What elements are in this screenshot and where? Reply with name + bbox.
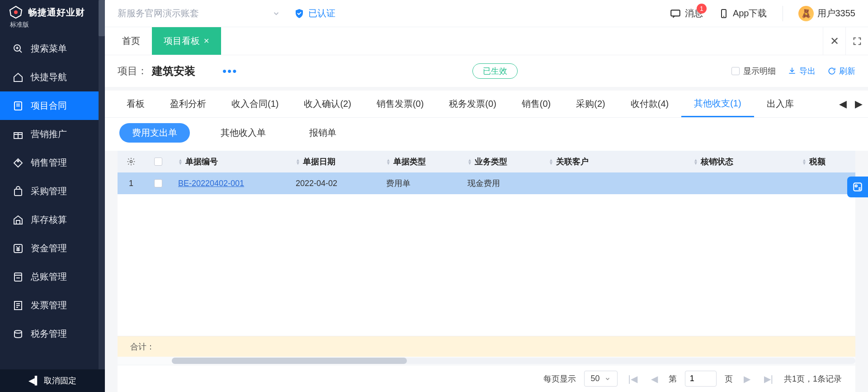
sidebar-item-invoice[interactable]: 发票管理 <box>0 291 99 320</box>
sort-icon: ▲▼ <box>296 158 300 165</box>
sidebar-item-quicknav[interactable]: 快捷导航 <box>0 63 99 91</box>
row-index: 1 <box>118 179 145 188</box>
svg-point-11 <box>18 160 19 162</box>
col-customer[interactable]: ▲▼关联客户 <box>542 156 687 167</box>
svg-rect-13 <box>16 220 20 224</box>
pill-income[interactable]: 其他收入单 <box>208 123 278 143</box>
sidebar-scrollbar[interactable] <box>99 0 105 369</box>
sidebar-item-search[interactable]: 搜索菜单 <box>0 34 99 63</box>
sort-icon: ▲▼ <box>386 158 391 165</box>
sort-icon: ▲▼ <box>802 158 807 165</box>
refresh-button[interactable]: 刷新 <box>827 66 855 76</box>
subtab-payment[interactable]: 收付款(4) <box>618 91 681 117</box>
coins-icon <box>13 329 24 339</box>
col-biz-type[interactable]: ▲▼业务类型 <box>461 156 542 167</box>
tab-label: 项目看板 <box>164 35 200 47</box>
page-input[interactable] <box>685 371 717 387</box>
page-summary: 共1页，1条记录 <box>784 373 842 384</box>
sidebar-item-label: 资金管理 <box>31 242 67 254</box>
tag-icon <box>13 158 24 168</box>
sidebar-item-tax[interactable]: 税务管理 <box>0 320 99 348</box>
sidebar-item-inventory[interactable]: 库存核算 <box>0 206 99 234</box>
subtab-confirm[interactable]: 收入确认(2) <box>291 91 363 117</box>
subtab-contract[interactable]: 收入合同(1) <box>219 91 291 117</box>
subtabs-next[interactable]: ▶ <box>855 98 863 110</box>
show-detail-toggle[interactable]: 显示明细 <box>731 66 776 76</box>
horizontal-scrollbar[interactable] <box>118 357 855 365</box>
sidebar-item-contract[interactable]: 项目合同 <box>0 91 99 120</box>
sort-icon: ▲▼ <box>549 158 553 165</box>
first-page-button[interactable]: |◀ <box>626 373 640 384</box>
message-icon <box>670 8 681 19</box>
next-page-button[interactable]: ▶ <box>741 373 753 384</box>
page-suffix: 页 <box>725 373 733 384</box>
pagination: 每页显示 50 |◀ ◀ 第 页 ▶ ▶| 共1页，1条记录 <box>118 365 855 392</box>
col-label: 税额 <box>809 156 826 167</box>
org-selector[interactable]: 新服务官网演示账套 <box>118 7 294 19</box>
export-button[interactable]: 导出 <box>788 66 816 76</box>
sidebar-item-purchase[interactable]: 采购管理 <box>0 177 99 206</box>
table-row[interactable]: 1 BE-20220402-001 2022-04-02 费用单 现金费用 <box>118 172 855 194</box>
subtab-label: 销售发票(0) <box>377 98 424 110</box>
pill-expense[interactable]: 费用支出单 <box>119 123 190 143</box>
gift-icon <box>13 129 24 140</box>
table-body: 1 BE-20220402-001 2022-04-02 费用单 现金费用 <box>118 172 855 336</box>
message-button[interactable]: 消息 1 <box>670 7 703 19</box>
tab-project-board[interactable]: 项目看板 ✕ <box>152 27 221 55</box>
chevron-down-icon <box>604 376 611 382</box>
sidebar-item-sales[interactable]: 销售管理 <box>0 148 99 177</box>
col-doc-date[interactable]: ▲▼单据日期 <box>289 156 380 167</box>
user-name: 用户3355 <box>817 7 856 19</box>
table-header: ▲▼单据编号 ▲▼单据日期 ▲▼单据类型 ▲▼业务类型 ▲▼关联客户 ▲▼核销状… <box>118 151 855 172</box>
subtab-label: 税务发票(0) <box>449 98 496 110</box>
prev-page-button[interactable]: ◀ <box>648 373 660 384</box>
cell-date: 2022-04-02 <box>289 179 380 188</box>
subtab-purchase[interactable]: 采购(2) <box>563 91 618 117</box>
col-tax[interactable]: ▲▼税额 <box>778 156 832 167</box>
col-label: 单据编号 <box>185 156 218 167</box>
sidebar-item-label: 项目合同 <box>31 100 67 112</box>
table-settings-button[interactable] <box>118 157 145 166</box>
col-doc-no[interactable]: ▲▼单据编号 <box>172 156 289 167</box>
sidebar-item-ledger[interactable]: 总账管理 <box>0 263 99 291</box>
subtabs-prev[interactable]: ◀ <box>839 98 847 110</box>
subtab-inout[interactable]: 出入库 <box>754 91 807 117</box>
subtab-sales[interactable]: 销售(0) <box>509 91 563 117</box>
show-detail-label: 显示明细 <box>743 66 776 76</box>
topbar: 新服务官网演示账套 已认证 消息 1 App下载 <box>105 0 868 27</box>
subtab-board[interactable]: 看板 <box>114 91 157 117</box>
col-doc-type[interactable]: ▲▼单据类型 <box>380 156 461 167</box>
subtab-other[interactable]: 其他收支(1) <box>681 91 754 117</box>
more-menu[interactable]: ••• <box>222 64 237 78</box>
svg-point-0 <box>14 10 18 14</box>
tabs-fullscreen[interactable] <box>845 27 868 55</box>
last-page-button[interactable]: ▶| <box>761 373 776 384</box>
per-page-select[interactable]: 50 <box>584 371 618 387</box>
col-label: 单据日期 <box>303 156 335 167</box>
select-all-checkbox[interactable] <box>145 158 172 166</box>
subtab-taxinv[interactable]: 税务发票(0) <box>436 91 509 117</box>
col-label: 单据类型 <box>393 156 426 167</box>
subtab-salesinv[interactable]: 销售发票(0) <box>364 91 436 117</box>
sidebar-unpin[interactable]: ◀▍ 取消固定 <box>0 369 105 392</box>
pill-reimburse[interactable]: 报销单 <box>297 123 349 143</box>
row-checkbox[interactable] <box>145 179 172 187</box>
feedback-button[interactable] <box>847 177 868 197</box>
svg-point-26 <box>130 161 132 163</box>
subtab-label: 其他收支(1) <box>694 97 741 110</box>
sidebar-item-label: 税务管理 <box>31 328 67 340</box>
sidebar-item-funds[interactable]: 资金管理 <box>0 234 99 263</box>
collapse-icon: ◀▍ <box>28 376 41 386</box>
tab-home[interactable]: 首页 <box>110 27 152 55</box>
sidebar-item-marketing[interactable]: 营销推广 <box>0 120 99 148</box>
app-download-button[interactable]: App下载 <box>718 7 767 19</box>
subtab-label: 收付款(4) <box>631 98 669 110</box>
user-menu[interactable]: 🧸 用户3355 <box>798 6 856 21</box>
project-actions: 显示明细 导出 刷新 <box>731 66 855 76</box>
tabs-close-all[interactable]: ✕ <box>823 27 845 55</box>
col-verify[interactable]: ▲▼核销状态 <box>687 156 778 167</box>
divider <box>783 6 783 21</box>
close-icon[interactable]: ✕ <box>203 37 209 45</box>
doc-no-link[interactable]: BE-20220402-001 <box>178 179 244 188</box>
subtab-profit[interactable]: 盈利分析 <box>157 91 219 117</box>
